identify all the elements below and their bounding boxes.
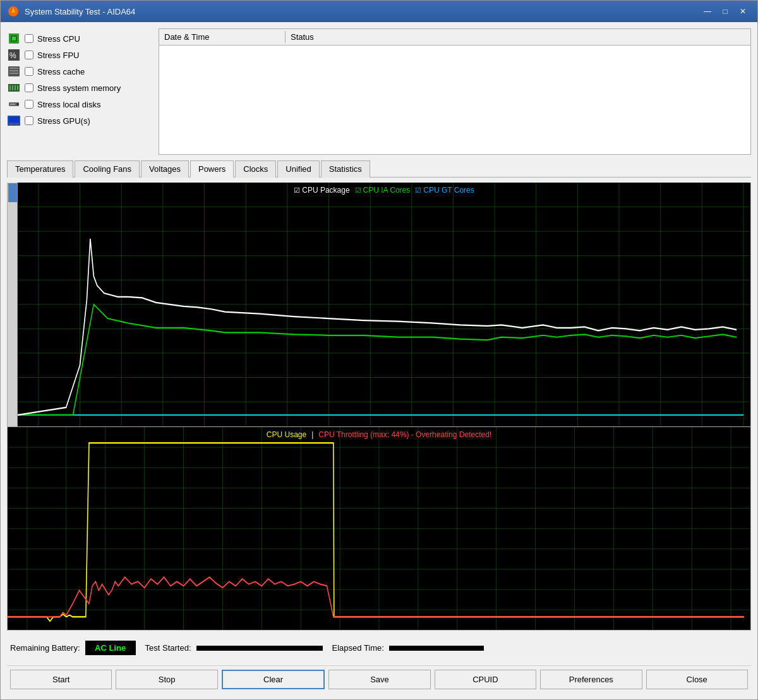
clear-button[interactable]: Clear [222, 670, 325, 689]
svg-rect-14 [17, 85, 18, 90]
log-table: Date & Time Status [159, 28, 751, 155]
svg-rect-20 [10, 124, 12, 126]
svg-rect-9 [9, 73, 18, 74]
svg-rect-8 [9, 70, 18, 71]
stress-icon-cache [7, 64, 21, 78]
stress-checkbox-gpu[interactable] [25, 116, 33, 125]
maximize-button[interactable]: □ [717, 4, 733, 18]
stress-icon-gpu [7, 114, 21, 128]
powers-chart-legend: ☑ CPU Package ☑ CPU IA Cores ☑ CPU GT Co… [18, 186, 750, 195]
usage-chart-area: CPU Usage | CPU Throttling (max: 44%) - … [8, 427, 750, 630]
powers-chart-svg [18, 183, 750, 426]
legend-cpu-package-label: CPU Package [302, 186, 349, 195]
legend-cpu-ia-cores[interactable]: ☑ CPU IA Cores [355, 186, 411, 195]
svg-rect-7 [9, 68, 18, 69]
svg-rect-3 [12, 37, 16, 40]
stress-option-memory: Stress system memory [7, 81, 152, 95]
log-col-status-header: Status [286, 31, 750, 43]
button-bar: StartStopClearSaveCPUIDPreferencesClose [7, 665, 751, 693]
title-bar: System Stability Test - AIDA64 — □ ✕ [1, 1, 757, 22]
test-started-label: Test Started: [145, 643, 191, 653]
stress-options-panel: Stress CPU%Stress FPUStress cacheStress … [7, 28, 152, 155]
tab-powers[interactable]: Powers [190, 160, 234, 178]
tab-unified[interactable]: Unified [277, 160, 319, 178]
stress-label-fpu: Stress FPU [37, 51, 79, 60]
status-bar: Remaining Battery: AC Line Test Started:… [7, 636, 751, 660]
legend-cpu-gt-cores-label: CPU GT Cores [423, 186, 474, 195]
stress-checkbox-cache[interactable] [25, 67, 33, 76]
elapsed-value [389, 646, 484, 651]
legend-cpu-ia-cores-label: CPU IA Cores [363, 186, 411, 195]
svg-rect-12 [12, 85, 13, 90]
tab-temperatures[interactable]: Temperatures [7, 160, 73, 178]
test-started-value [196, 646, 323, 651]
stress-option-cpu: Stress CPU [7, 32, 152, 45]
close-window-button[interactable]: ✕ [735, 4, 751, 18]
tabs-section: TemperaturesCooling FansVoltagesPowersCl… [7, 160, 751, 178]
svg-rect-13 [15, 85, 16, 90]
usage-legend-yellow: CPU Usage [267, 430, 306, 439]
title-bar-controls: — □ ✕ [699, 4, 751, 18]
save-button[interactable]: Save [328, 670, 430, 689]
stress-checkbox-disks[interactable] [25, 100, 33, 109]
stress-option-fpu: %Stress FPU [7, 48, 152, 62]
log-header: Date & Time Status [159, 29, 750, 45]
stress-checkbox-cpu[interactable] [25, 34, 33, 43]
usage-chart-legend: CPU Usage | CPU Throttling (max: 44%) - … [8, 430, 750, 439]
tab-statistics[interactable]: Statistics [321, 160, 370, 178]
elapsed-label: Elapsed Time: [332, 643, 384, 653]
charts-area: ☑ CPU Package ☑ CPU IA Cores ☑ CPU GT Co… [7, 183, 751, 631]
elapsed-status: Elapsed Time: [332, 643, 484, 653]
usage-chart-container: CPU Usage | CPU Throttling (max: 44%) - … [8, 427, 750, 630]
tab-bar: TemperaturesCooling FansVoltagesPowersCl… [7, 160, 751, 178]
app-icon [7, 5, 20, 18]
chart-scrollbar[interactable] [8, 183, 18, 426]
usage-legend-red: CPU Throttling (max: 44%) - Overheating … [318, 430, 491, 439]
stress-label-disks: Stress local disks [37, 100, 100, 109]
window-title: System Stability Test - AIDA64 [25, 7, 135, 16]
close-button[interactable]: Close [646, 670, 748, 689]
stress-label-cpu: Stress CPU [37, 34, 80, 44]
log-col-datetime-header: Date & Time [159, 31, 286, 43]
stress-checkbox-memory[interactable] [25, 83, 33, 92]
log-body [159, 45, 750, 154]
stress-option-disks: Stress local disks [7, 97, 152, 111]
minimize-button[interactable]: — [699, 4, 716, 18]
tab-voltages[interactable]: Voltages [141, 160, 189, 178]
svg-text:%: % [9, 51, 16, 60]
main-window: System Stability Test - AIDA64 — □ ✕ Str… [0, 0, 758, 700]
tab-clocks[interactable]: Clocks [235, 160, 276, 178]
stress-icon-disks [7, 97, 21, 111]
svg-rect-17 [10, 104, 15, 105]
top-section: Stress CPU%Stress FPUStress cacheStress … [7, 28, 751, 155]
cpuid-button[interactable]: CPUID [435, 670, 536, 689]
battery-status: Remaining Battery: AC Line [10, 641, 136, 655]
legend-cpu-package[interactable]: ☑ CPU Package [294, 186, 349, 195]
stress-icon-memory [7, 81, 21, 95]
battery-value: AC Line [85, 641, 136, 655]
stress-option-cache: Stress cache [7, 64, 152, 78]
preferences-button[interactable]: Preferences [540, 670, 642, 689]
powers-chart-container: ☑ CPU Package ☑ CPU IA Cores ☑ CPU GT Co… [8, 183, 750, 426]
battery-label: Remaining Battery: [10, 643, 80, 653]
stress-icon-cpu [7, 32, 21, 45]
stress-label-cache: Stress cache [37, 67, 85, 76]
usage-legend-separator: | [311, 430, 313, 439]
usage-chart-svg [8, 427, 750, 630]
legend-cpu-gt-cores[interactable]: ☑ CPU GT Cores [415, 186, 474, 195]
svg-rect-21 [16, 124, 18, 126]
svg-rect-19 [9, 117, 19, 123]
powers-chart-area: ☑ CPU Package ☑ CPU IA Cores ☑ CPU GT Co… [18, 183, 750, 426]
test-started-status: Test Started: [145, 643, 323, 653]
tab-cooling_fans[interactable]: Cooling Fans [75, 160, 140, 178]
svg-rect-11 [9, 85, 11, 90]
stress-label-memory: Stress system memory [37, 83, 121, 93]
start-button[interactable]: Start [10, 670, 112, 689]
scroll-thumb[interactable] [8, 183, 17, 202]
title-bar-left: System Stability Test - AIDA64 [7, 5, 135, 18]
main-content: Stress CPU%Stress FPUStress cacheStress … [1, 22, 757, 699]
stress-icon-fpu: % [7, 48, 21, 62]
stress-option-gpu: Stress GPU(s) [7, 114, 152, 128]
stress-checkbox-fpu[interactable] [25, 51, 33, 59]
stop-button[interactable]: Stop [116, 670, 217, 689]
